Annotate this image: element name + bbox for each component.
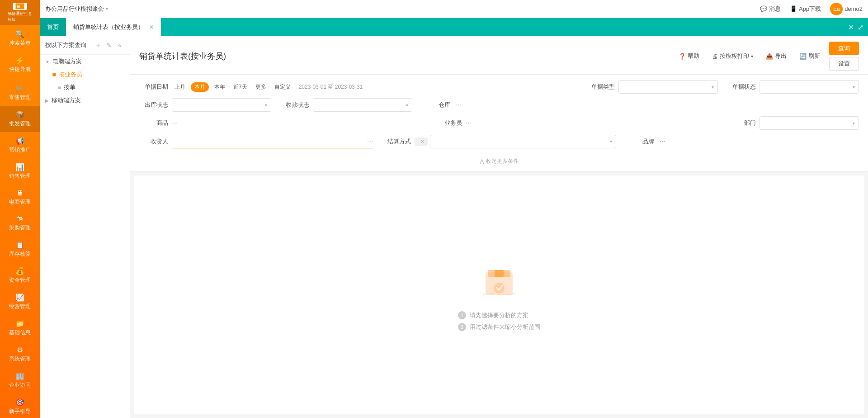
brand-dots[interactable]: ··· <box>660 138 665 146</box>
settlement-tag-close[interactable]: ✕ <box>420 138 425 145</box>
sidebar-item-finance[interactable]: 💰 资金管理 <box>0 262 40 289</box>
tab-home[interactable]: 首页 <box>40 18 66 36</box>
department-select[interactable]: ▾ <box>760 116 859 130</box>
sidebar-item-base[interactable]: 📁 基础信息 <box>0 315 40 341</box>
help-label: 帮助 <box>688 52 699 60</box>
system-icon: ⚙ <box>17 346 23 354</box>
message-label: 消息 <box>769 5 781 13</box>
chevron-down-icon: ▾ <box>853 85 855 90</box>
sidebar-item-ops[interactable]: 📈 经营管理 <box>0 289 40 315</box>
collapse-panel-button[interactable]: « <box>115 41 124 50</box>
recipient-dots[interactable]: ··· <box>367 137 373 145</box>
salesperson-control: ··· <box>466 119 718 127</box>
tree-group-desktop[interactable]: ▼ 电脑端方案 <box>40 55 130 68</box>
last7days-shortcut[interactable]: 近7天 <box>231 82 250 92</box>
svg-text:畅: 畅 <box>17 5 20 8</box>
page-title: 销货单统计表(按业务员) <box>139 51 226 62</box>
add-scheme-button[interactable]: ＋ <box>94 41 103 50</box>
sidebar-item-label: 基础信息 <box>9 329 31 337</box>
warehouse-dots[interactable]: ··· <box>456 101 462 109</box>
payment-status-select[interactable]: ▾ <box>313 98 412 112</box>
custom-shortcut[interactable]: 自定义 <box>272 82 293 92</box>
refresh-label: 刷新 <box>808 52 820 60</box>
logo-text: 畅捷通好生意 标版 <box>8 11 32 23</box>
chevron-down-icon: ▾ <box>406 103 408 108</box>
out-status-select[interactable]: ▾ <box>172 98 271 112</box>
refresh-button[interactable]: 🔄 刷新 <box>796 50 824 62</box>
inventory-icon: 📋 <box>15 241 24 249</box>
sidebar-item-corp[interactable]: 🏢 企业协同 <box>0 367 40 394</box>
settlement-select[interactable]: ▾ <box>430 135 616 148</box>
print-button[interactable]: 🖨 按模板打印 <box>708 50 757 62</box>
app-download-button[interactable]: 📱 App下载 <box>790 5 821 13</box>
sidebar-item-search[interactable]: 🔍 搜索菜单 <box>0 25 40 52</box>
tab-close-button[interactable]: ✕ <box>149 24 154 30</box>
tip-text-1: 请先选择要分析的方案 <box>470 311 528 319</box>
salesperson-dots[interactable]: ··· <box>466 119 472 127</box>
sidebar-item-purchase[interactable]: 🛍 采购管理 <box>0 210 40 236</box>
tree-item-by-salesperson[interactable]: 按业务员 <box>52 68 130 81</box>
sidebar-item-inventory[interactable]: 📋 库存核算 <box>0 236 40 262</box>
export-button[interactable]: 📤 导出 <box>762 50 790 62</box>
tree-group-mobile[interactable]: ▶ 移动端方案 <box>40 94 130 107</box>
sidebar-item-ecom[interactable]: 🖥 电商管理 <box>0 185 40 210</box>
edit-scheme-button[interactable]: ✎ <box>104 41 113 50</box>
tab-maximize-button[interactable]: ⤢ <box>857 22 864 33</box>
empty-tip-1: 1 请先选择要分析的方案 <box>458 311 540 319</box>
left-panel-actions: ＋ ✎ « <box>94 41 124 50</box>
tip-num-2: 2 <box>458 323 466 331</box>
settlement-tag: ✕ <box>415 138 428 146</box>
message-button[interactable]: 💬 消息 <box>760 5 781 13</box>
recipient-control: ··· <box>172 134 373 148</box>
sidebar-item-system[interactable]: ⚙ 系统管理 <box>0 341 40 367</box>
top-header: 办公用品行业模拟账套 ▾ 💬 消息 📱 App下载 Ea demo2 <box>40 0 868 18</box>
tab-sales-stat[interactable]: 销货单统计表（按业务员） ✕ <box>66 18 161 36</box>
sidebar-item-quicknav[interactable]: ⚡ 快捷导航 <box>0 52 40 78</box>
breadcrumb[interactable]: 办公用品行业模拟账套 ▾ <box>45 5 108 13</box>
help-icon: ❓ <box>679 53 686 60</box>
user-menu-button[interactable]: Ea demo2 <box>830 3 863 15</box>
sidebar-item-label: 经营管理 <box>9 303 31 310</box>
this-year-shortcut[interactable]: 本年 <box>212 82 228 92</box>
doc-type-select[interactable]: ▾ <box>618 80 718 94</box>
tree-children-desktop: 按业务员 ≡ 按单 <box>40 68 130 94</box>
more-shortcut[interactable]: 更多 <box>253 82 269 92</box>
query-button[interactable]: 查询 <box>829 42 859 55</box>
corp-icon: 🏢 <box>15 372 24 380</box>
date-shortcuts: 上月 本月 本年 近7天 更多 自定义 2023-03-01 至 2023-03… <box>172 82 577 92</box>
collapse-label: 收起更多条件 <box>486 157 519 165</box>
sidebar-item-marketing[interactable]: 📢 营销推广 <box>0 132 40 158</box>
help-button[interactable]: ❓ 帮助 <box>675 50 703 62</box>
sidebar-item-label: 电商管理 <box>9 198 31 206</box>
chevron-down-icon: ▾ <box>610 139 612 144</box>
tip-num-1: 1 <box>458 311 466 319</box>
top-header-left: 办公用品行业模拟账套 ▾ <box>45 5 108 13</box>
doc-status-select[interactable]: ▾ <box>760 80 859 94</box>
warehouse-control: ··· <box>454 101 859 109</box>
filter-area: 单据日期 上月 本月 本年 近7天 更多 自定义 2023-03-01 至 20… <box>130 75 868 172</box>
sales-icon: 📊 <box>15 163 24 171</box>
collapse-button[interactable]: ⋀ 收起更多条件 <box>139 155 859 166</box>
tree-item-by-order[interactable]: ≡ 按单 <box>52 81 130 94</box>
sidebar-item-label: 新手引导 <box>9 408 31 415</box>
tree-expand-icon: ▼ <box>45 59 50 64</box>
purchase-icon: 🛍 <box>16 215 24 223</box>
goods-control: ··· <box>172 119 424 127</box>
content-area: 按以下方案查询 ＋ ✎ « ▼ 电脑端方案 按业务员 ≡ 按单 <box>40 36 868 418</box>
last-month-shortcut[interactable]: 上月 <box>172 82 188 92</box>
sidebar-item-newbie[interactable]: 🎯 新手引导 <box>0 394 40 418</box>
out-status-label: 出库状态 <box>139 101 172 109</box>
settings-button[interactable]: 设置 <box>829 57 859 71</box>
tab-close-window-button[interactable]: ✕ <box>847 22 855 33</box>
print-icon: 🖨 <box>712 53 718 60</box>
refresh-icon: 🔄 <box>799 53 807 60</box>
sidebar-item-retail[interactable]: 🛒 零售管理 <box>0 80 40 106</box>
search-icon: 🔍 <box>15 30 24 38</box>
recipient-input[interactable] <box>172 134 367 148</box>
date-label: 单据日期 <box>139 83 172 91</box>
top-header-right: 💬 消息 📱 App下载 Ea demo2 <box>760 3 863 15</box>
sidebar-item-wholesale[interactable]: 📦 批发管理 <box>0 106 40 132</box>
this-month-shortcut[interactable]: 本月 <box>191 82 209 92</box>
sidebar-item-sales[interactable]: 📊 销售管理 <box>0 158 40 185</box>
goods-dots[interactable]: ··· <box>172 119 178 127</box>
